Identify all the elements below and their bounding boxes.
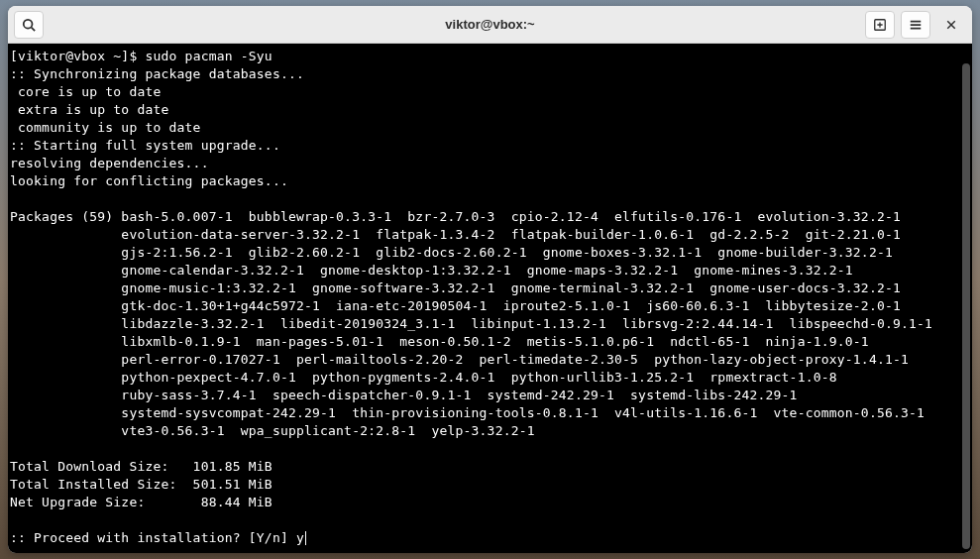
output-line: gnome-calendar-3.32.2-1 gnome-desktop-1:… <box>10 263 853 278</box>
close-button[interactable] <box>936 11 966 39</box>
output-line: :: Proceed with installation? [Y/n] y <box>10 530 304 545</box>
hamburger-icon <box>909 18 923 32</box>
svg-point-0 <box>24 19 33 28</box>
output-line: extra is up to date <box>10 102 169 117</box>
output-line: :: Starting full system upgrade... <box>10 138 280 153</box>
prompt: [viktor@vbox ~]$ <box>10 49 145 63</box>
terminal-area[interactable]: [viktor@vbox ~]$ sudo pacman -Syu :: Syn… <box>8 44 972 553</box>
svg-line-1 <box>32 27 36 31</box>
new-tab-icon <box>873 18 887 32</box>
scrollbar[interactable] <box>962 63 970 549</box>
new-tab-button[interactable] <box>865 11 895 39</box>
output-line: gtk-doc-1.30+1+g44c5972-1 iana-etc-20190… <box>10 298 901 313</box>
search-icon <box>22 18 36 32</box>
output-line: Packages (59) bash-5.0.007-1 bubblewrap-… <box>10 209 901 224</box>
output-line: Net Upgrade Size: 88.44 MiB <box>10 495 272 509</box>
output-line: perl-error-0.17027-1 perl-mailtools-2.20… <box>10 352 909 367</box>
window-title: viktor@vbox:~ <box>445 17 534 32</box>
output-line: libdazzle-3.32.2-1 libedit-20190324_3.1-… <box>10 316 932 331</box>
terminal-content: [viktor@vbox ~]$ sudo pacman -Syu :: Syn… <box>8 44 972 551</box>
output-line: libxmlb-0.1.9-1 man-pages-5.01-1 meson-0… <box>10 334 869 349</box>
output-line: resolving dependencies... <box>10 156 209 170</box>
output-line: core is up to date <box>10 84 162 99</box>
output-line: gjs-2:1.56.2-1 glib2-2.60.2-1 glib2-docs… <box>10 245 893 260</box>
output-line: vte3-0.56.3-1 wpa_supplicant-2:2.8-1 yel… <box>10 423 535 438</box>
output-line: community is up to date <box>10 120 201 135</box>
scrollbar-thumb[interactable] <box>962 63 970 549</box>
output-line: ruby-sass-3.7.4-1 speech-dispatcher-0.9.… <box>10 388 798 402</box>
output-line: gnome-music-1:3.32.2-1 gnome-software-3.… <box>10 280 901 295</box>
cursor <box>305 531 306 545</box>
output-line: Total Download Size: 101.85 MiB <box>10 459 272 474</box>
search-button[interactable] <box>14 11 44 39</box>
output-line: python-pexpect-4.7.0-1 python-pygments-2… <box>10 370 837 385</box>
titlebar: viktor@vbox:~ <box>8 6 972 44</box>
output-line: evolution-data-server-3.32.2-1 flatpak-1… <box>10 227 901 242</box>
menu-button[interactable] <box>901 11 930 39</box>
output-line: looking for conflicting packages... <box>10 173 288 188</box>
close-icon <box>945 19 957 31</box>
terminal-window: viktor@vbox:~ <box>8 6 972 553</box>
output-line: Total Installed Size: 501.51 MiB <box>10 477 272 492</box>
command: sudo pacman -Syu <box>145 49 272 63</box>
output-line: systemd-sysvcompat-242.29-1 thin-provisi… <box>10 405 925 420</box>
output-line: :: Synchronizing package databases... <box>10 66 304 81</box>
